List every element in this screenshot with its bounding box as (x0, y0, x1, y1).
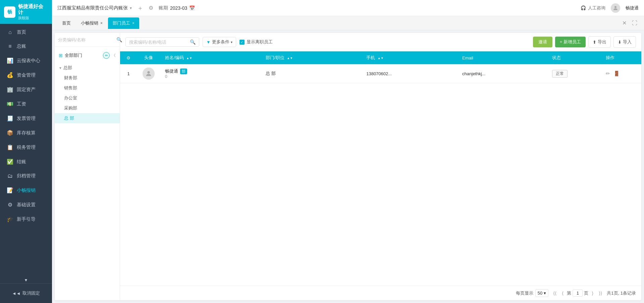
topbar-right: 🎧 人工咨询 畅捷通 (581, 3, 639, 13)
row-avatar-cell (137, 64, 160, 83)
add-employee-button[interactable]: + 新增员工 (555, 37, 586, 47)
sidebar-item-invoice[interactable]: 🧾 发票管理 (0, 111, 52, 126)
svg-point-0 (614, 6, 616, 8)
tab-home-label: 首页 (62, 20, 71, 26)
show-resigned-checkbox[interactable]: ✓ (239, 40, 245, 45)
sidebar-nav: ⌂ 首页 ≡ 总账 📊 云报表中心 💰 资金管理 🏢 固定资产 💵 工资 🧾 发… (0, 24, 52, 277)
scroll-indicator: ▼ (0, 277, 52, 283)
headset-icon: 🎧 (581, 5, 586, 10)
calendar-icon[interactable]: 📅 (189, 5, 195, 11)
dept-item-purchase[interactable]: 采购部 (55, 103, 120, 113)
sort-dept-icon[interactable]: ▲▼ (287, 57, 293, 60)
sidebar-item-checkout[interactable]: ✅ 结账 (0, 155, 52, 169)
close-window-button[interactable]: ✕ (621, 18, 628, 28)
add-tab-button[interactable]: ＋ (136, 4, 145, 12)
scroll-down-arrow[interactable]: ▼ (24, 278, 28, 283)
status-badge: 正常 (552, 70, 568, 78)
filter-arrow: ▾ (231, 40, 232, 44)
tab-employee-close[interactable]: × (132, 21, 135, 26)
inventory-icon: 📦 (7, 130, 13, 136)
dept-item-sales[interactable]: 销售部 (55, 83, 120, 93)
page-size-dropdown[interactable]: 50 ▾ (535, 289, 548, 297)
show-resigned-wrap[interactable]: ✓ 显示离职员工 (239, 39, 273, 45)
cancel-pin-button[interactable]: ◄◄ 取消固定 (0, 287, 52, 300)
topbar-settings-icon[interactable]: ⚙ (149, 5, 153, 11)
pagination-controls: ⟨⟨ ⟨ 第 1 页 ⟩ ⟩⟩ (551, 290, 604, 297)
import-button[interactable]: ⬇ 导入 (613, 36, 636, 48)
dept-tree: ⊞ 全部部门 ✏ 《 ▼ 总部 财务部 销售部 办公室 采购部 总 部 (55, 47, 120, 300)
sidebar-item-settings[interactable]: ⚙ 基础设置 (0, 198, 52, 212)
logo-text-wrap: 畅捷通好会计 旗舰版 (18, 3, 48, 20)
col-name-label: 姓名/编码 (165, 55, 184, 60)
guide-icon: 🎓 (7, 216, 13, 222)
current-page-input[interactable]: 1 (573, 290, 583, 297)
edit-employee-button[interactable]: ✏ (606, 71, 610, 77)
row-email: chanjethkj... (458, 64, 547, 83)
sidebar-item-reports[interactable]: 📊 云报表中心 (0, 53, 52, 68)
sidebar-item-guide[interactable]: 🎓 新手引导 (0, 212, 52, 226)
sidebar-item-home[interactable]: ⌂ 首页 (0, 25, 52, 39)
sidebar-item-label: 结账 (17, 159, 26, 165)
sidebar-item-archive[interactable]: 🗂 归档管理 (0, 169, 52, 183)
sidebar-item-xiaochang[interactable]: 📝 小畅报销 (0, 183, 52, 198)
human-service-button[interactable]: 🎧 人工咨询 (581, 5, 605, 11)
tab-home[interactable]: 首页 (57, 17, 75, 29)
last-page-button[interactable]: ⟩⟩ (597, 290, 604, 297)
row-index: 1 (120, 64, 137, 83)
col-dept[interactable]: 部门/职位 ▲▼ (261, 51, 362, 64)
first-page-button[interactable]: ⟨⟨ (551, 290, 558, 297)
prev-page-button[interactable]: ⟨ (560, 290, 566, 297)
page-suffix: 页 (584, 290, 588, 296)
col-action-label: 操作 (606, 55, 614, 60)
tab-xiaochang[interactable]: 小畅报销 × (76, 17, 107, 29)
emp-dept-badge: 部 (180, 69, 187, 74)
sidebar-item-tax[interactable]: 📋 税务管理 (0, 140, 52, 155)
sidebar-item-assets[interactable]: 🏢 固定资产 (0, 82, 52, 97)
employee-avatar (143, 68, 155, 80)
dept-item-finance[interactable]: 财务部 (55, 73, 120, 83)
sidebar-logo[interactable]: 畅 畅捷通好会计 旗舰版 (0, 0, 52, 24)
col-phone[interactable]: 手机 ▲▼ (362, 51, 458, 64)
dept-collapse-icon[interactable]: 《 (112, 53, 116, 58)
company-dropdown-icon: ▾ (130, 6, 132, 10)
pin-left-arrow: ◄◄ (12, 291, 21, 296)
dept-group-header[interactable]: ▼ 总部 (55, 63, 120, 73)
sort-name-icon[interactable]: ▲▼ (186, 57, 192, 60)
dept-item-office[interactable]: 办公室 (55, 93, 120, 103)
export-button[interactable]: ⬆ 导出 (588, 36, 611, 48)
dept-search-input[interactable] (58, 37, 114, 42)
sort-phone-icon[interactable]: ▲▼ (378, 57, 384, 60)
company-selector[interactable]: 江西服宝精品有限责任公司内账张 ▾ (57, 5, 132, 11)
sidebar-item-ledger[interactable]: ≡ 总账 (0, 39, 52, 53)
emp-search-input[interactable] (129, 40, 188, 45)
dept-grid-icon: ⊞ (59, 53, 63, 58)
sidebar-item-inventory[interactable]: 📦 库存核算 (0, 126, 52, 140)
next-page-button[interactable]: ⟩ (590, 290, 595, 297)
expand-window-button[interactable]: ⛶ (631, 19, 639, 28)
row-phone: 138070602... (362, 64, 458, 83)
import-icon: ⬇ (618, 40, 622, 45)
col-name-code[interactable]: 姓名/编码 ▲▼ (160, 51, 261, 64)
col-settings[interactable]: ⚙ (120, 51, 137, 64)
sidebar-item-capital[interactable]: 💰 资金管理 (0, 68, 52, 82)
tax-icon: 📋 (7, 144, 13, 150)
export-label: 导出 (598, 39, 606, 45)
page-size-value: 50 (538, 291, 542, 296)
sidebar-item-label: 固定资产 (17, 87, 36, 93)
invite-button[interactable]: 邀请 (533, 37, 552, 47)
reports-icon: 📊 (7, 57, 13, 64)
emp-search-icon[interactable]: 🔍 (190, 39, 196, 45)
dept-all-item[interactable]: ⊞ 全部部门 ✏ 《 (55, 49, 120, 61)
col-email: Email (458, 51, 547, 64)
sidebar-item-salary[interactable]: 💵 工资 (0, 97, 52, 111)
emp-filter-button[interactable]: ▼ 更多条件 ▾ (203, 37, 236, 47)
tab-employee[interactable]: 部门员工 × (108, 17, 139, 29)
dept-edit-badge[interactable]: ✏ (103, 52, 110, 59)
tab-xiaochang-close[interactable]: × (100, 21, 103, 26)
delete-employee-button[interactable]: 🚪 (613, 71, 620, 77)
tab-employee-label: 部门员工 (113, 20, 130, 26)
col-avatar: 头像 (137, 51, 160, 64)
dept-item-general[interactable]: 总 部 (55, 113, 120, 123)
period-selector[interactable]: 账期 2023-03 📅 (159, 5, 195, 11)
username-label[interactable]: 畅捷通 (626, 5, 639, 11)
